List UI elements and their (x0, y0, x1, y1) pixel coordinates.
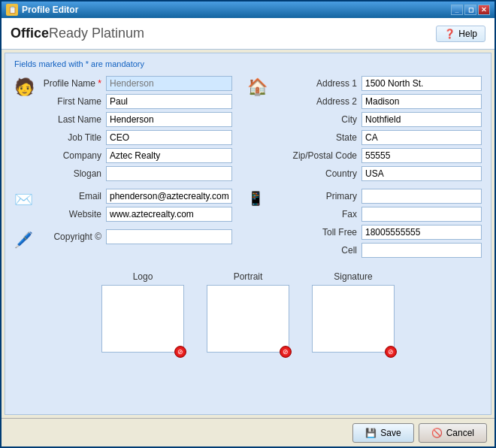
state-row: State (274, 130, 482, 145)
copyright-input[interactable] (106, 229, 232, 244)
job-title-row: Job Title (41, 130, 232, 145)
city-row: City (274, 112, 482, 127)
logo-label: Logo (133, 271, 153, 282)
copyright-label: Copyright © (41, 232, 101, 242)
portrait-box[interactable]: ⊘ (207, 285, 289, 353)
company-input[interactable] (106, 148, 232, 163)
person-icon-col: 🧑 (14, 76, 41, 97)
logo-box[interactable]: ⊘ (101, 285, 184, 353)
email-label: Email (41, 191, 101, 201)
close-button[interactable]: ✕ (478, 5, 490, 15)
copyright-icon-col: 🖊️ (14, 229, 41, 249)
portrait-label: Portrait (234, 271, 263, 282)
toll-free-row: Toll Free (274, 225, 482, 240)
save-label: Save (380, 428, 401, 438)
website-label: Website (41, 209, 101, 219)
address-fields: Address 1 Address 2 City State (274, 76, 482, 184)
phone-icon-col: 📱 (247, 189, 274, 207)
slogan-row: Slogan (41, 166, 232, 181)
logo-delete-icon[interactable]: ⊘ (174, 346, 186, 358)
window-title: Profile Editor (22, 5, 78, 15)
help-button[interactable]: ❓ Help (436, 26, 485, 42)
title-bar: 📋 Profile Editor _ ◻ ✕ (2, 2, 494, 18)
phone-icon: 📱 (247, 190, 264, 207)
slogan-input[interactable] (106, 166, 232, 181)
window: 📋 Profile Editor _ ◻ ✕ OfficeReady Plati… (0, 0, 496, 448)
signature-wrap: Signature ⊘ (312, 271, 395, 353)
last-name-input[interactable] (106, 112, 232, 127)
copyright-section: 🖊️ Copyright © (14, 229, 232, 249)
left-column: 🧑 Profile Name First Name Last Name (14, 76, 232, 265)
person-fields: Profile Name First Name Last Name J (41, 76, 232, 184)
job-title-label: Job Title (41, 132, 101, 143)
footer: 💾 Save 🚫 Cancel (2, 418, 494, 446)
address1-input[interactable] (361, 76, 482, 91)
save-button[interactable]: 💾 Save (352, 423, 413, 443)
cell-input[interactable] (361, 243, 482, 258)
toll-free-label: Toll Free (274, 227, 357, 238)
zip-row: Zip/Postal Code (274, 148, 482, 163)
right-column: 🏠 Address 1 Address 2 City (247, 76, 482, 265)
copyright-fields: Copyright © (41, 229, 232, 247)
city-label: City (274, 114, 357, 125)
cell-row: Cell (274, 243, 482, 258)
house-icon-col: 🏠 (247, 76, 274, 97)
company-row: Company (41, 148, 232, 163)
logo-bold: Office (11, 26, 49, 41)
primary-row: Primary (274, 189, 482, 204)
address1-row: Address 1 (274, 76, 482, 91)
logo-light: Ready Platinum (49, 26, 144, 41)
zip-input[interactable] (361, 148, 482, 163)
app-logo: OfficeReady Platinum (11, 26, 144, 41)
state-input[interactable] (361, 130, 482, 145)
signature-label: Signature (334, 271, 372, 282)
email-fields: Email Website (41, 189, 232, 225)
help-label: Help (458, 29, 477, 39)
email-input[interactable] (106, 189, 232, 204)
copyright-icon: 🖊️ (14, 231, 33, 249)
cancel-icon: 🚫 (431, 428, 443, 438)
main-content: Fields marked with * are mandatory 🧑 Pro… (5, 53, 491, 415)
first-name-label: First Name (41, 96, 101, 107)
toll-free-input[interactable] (361, 225, 482, 240)
first-name-row: First Name (41, 94, 232, 109)
primary-input[interactable] (361, 189, 482, 204)
profile-name-label: Profile Name (41, 78, 101, 89)
fax-label: Fax (274, 209, 357, 219)
website-input[interactable] (106, 207, 232, 222)
phone-section: 📱 Primary Fax Toll Free (247, 189, 482, 261)
email-icon-col: ✉️ (14, 189, 41, 208)
fax-input[interactable] (361, 207, 482, 222)
restore-button[interactable]: ◻ (464, 5, 476, 15)
address-section: 🏠 Address 1 Address 2 City (247, 76, 482, 184)
title-bar-left: 📋 Profile Editor (6, 4, 78, 16)
address2-input[interactable] (361, 94, 482, 109)
minimize-button[interactable]: _ (451, 5, 463, 15)
house-icon: 🏠 (247, 77, 268, 97)
copyright-row: Copyright © (41, 229, 232, 244)
help-icon: ❓ (444, 29, 455, 39)
portrait-wrap: Portrait ⊘ (207, 271, 289, 353)
logo-wrap: Logo ⊘ (101, 271, 184, 353)
cell-label: Cell (274, 245, 357, 256)
title-controls: _ ◻ ✕ (451, 5, 490, 15)
state-label: State (274, 132, 357, 143)
email-icon: ✉️ (14, 190, 33, 208)
last-name-label: Last Name (41, 114, 101, 125)
signature-box[interactable]: ⊘ (312, 285, 395, 353)
window-icon: 📋 (6, 4, 18, 16)
job-title-input[interactable] (106, 130, 232, 145)
signature-delete-icon[interactable]: ⊘ (385, 346, 397, 358)
image-area: Logo ⊘ Portrait ⊘ Signature ⊘ (14, 271, 482, 353)
profile-name-input[interactable] (106, 76, 232, 91)
first-name-input[interactable] (106, 94, 232, 109)
cancel-button[interactable]: 🚫 Cancel (419, 423, 487, 443)
address1-label: Address 1 (274, 78, 357, 89)
cancel-label: Cancel (446, 428, 474, 438)
country-input[interactable] (361, 166, 482, 181)
person-section: 🧑 Profile Name First Name Last Name (14, 76, 232, 184)
primary-label: Primary (274, 191, 357, 201)
email-row: Email (41, 189, 232, 204)
portrait-delete-icon[interactable]: ⊘ (280, 346, 292, 358)
city-input[interactable] (361, 112, 482, 127)
